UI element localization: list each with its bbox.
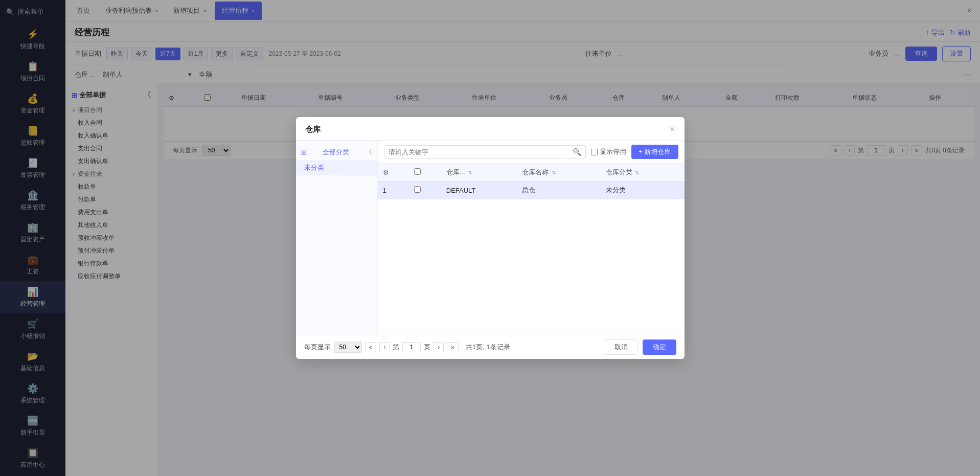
modal-next-page-btn[interactable]: › [434,342,444,352]
modal-table: ⚙ 仓库... ⇅ 仓库名称 ⇅ [378,164,685,199]
modal-first-page-btn[interactable]: « [365,342,377,352]
show-disabled-text: 显示停用 [600,147,626,156]
add-warehouse-button[interactable]: + 新增仓库 [631,145,678,159]
modal-table-wrap: ⚙ 仓库... ⇅ 仓库名称 ⇅ [378,164,685,335]
table-row[interactable]: 1 DEFAULT 总仓 未分类 [378,182,685,199]
modal-last-page-btn[interactable]: » [447,342,459,352]
all-categories-icon: ⊞ [301,149,307,156]
name-sort-icon: ⇅ [552,170,556,175]
modal-col-name[interactable]: 仓库名称 ⇅ [517,164,601,182]
modal-search-input[interactable] [384,146,569,158]
modal-category-list: 未分类 [296,160,377,175]
category-unclassified[interactable]: 未分类 [296,160,377,175]
modal-search-wrap: 🔍 [384,145,586,158]
category-sort-icon: ⇅ [635,170,639,175]
modal-col-category[interactable]: 仓库分类 ⇅ [601,164,685,182]
modal-left-collapse-btn[interactable]: 《 [365,148,372,157]
modal-page-label: 第 [393,343,399,352]
show-disabled-checkbox[interactable] [591,149,598,155]
modal-per-page-label: 每页显示 [304,343,331,352]
modal-search-button[interactable]: 🔍 [568,146,585,158]
all-categories-label[interactable]: 全部分类 [323,148,349,157]
col-settings-icon: ⚙ [383,169,389,176]
modal-record-info: 共1页, 1条记录 [466,343,510,352]
modal-col-code[interactable]: 仓库... ⇅ [441,164,517,182]
code-sort-icon: ⇅ [468,170,472,175]
modal-left-header: ⊞ 全部分类 《 [296,145,377,160]
modal-title: 仓库 [305,125,321,134]
modal-col-checkbox[interactable] [409,164,441,182]
row-num: 1 [378,182,409,199]
modal-select-all-checkbox[interactable] [414,168,421,175]
row-warehouse-category: 未分类 [601,182,685,199]
row-checkbox-cell[interactable] [409,182,441,199]
modal-pagination: 每页显示 50 100 « ‹ 第 页 › » 共1页, 1条记录 [304,342,605,353]
modal-right-panel: 🔍 显示停用 + 新增仓库 ⚙ [378,141,685,335]
modal-header: 仓库 × [296,117,685,141]
modal-left-panel: ⊞ 全部分类 《 未分类 [296,141,378,335]
modal-prev-page-btn[interactable]: ‹ [379,342,390,352]
modal-page-input[interactable] [402,342,421,352]
modal-footer: 每页显示 50 100 « ‹ 第 页 › » 共1页, 1条记录 取消 确定 [296,335,685,359]
cancel-button[interactable]: 取消 [605,339,637,355]
modal-actions: 取消 确定 [605,339,676,355]
modal-overlay: 仓库 × ⊞ 全部分类 《 未分类 [0,0,980,476]
warehouse-modal: 仓库 × ⊞ 全部分类 《 未分类 [296,117,685,359]
modal-page-suffix: 页 [424,343,430,352]
modal-col-settings[interactable]: ⚙ [378,164,409,182]
row-warehouse-code: DEFAULT [441,182,517,199]
row-checkbox[interactable] [414,186,421,193]
modal-close-button[interactable]: × [670,124,675,135]
confirm-button[interactable]: 确定 [643,339,676,355]
modal-toolbar: 🔍 显示停用 + 新增仓库 [378,141,685,164]
modal-body: ⊞ 全部分类 《 未分类 🔍 显示停用 [296,141,685,335]
row-warehouse-name: 总仓 [517,182,601,199]
modal-per-page-select[interactable]: 50 100 [334,342,362,353]
show-disabled-label[interactable]: 显示停用 [591,147,626,156]
